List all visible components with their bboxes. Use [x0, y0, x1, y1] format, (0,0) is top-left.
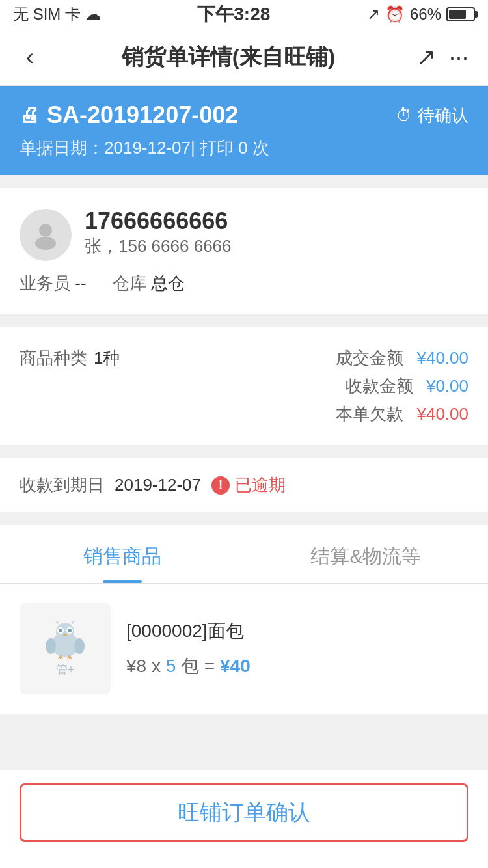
status-left: 无 SIM 卡 ☁ [13, 4, 101, 25]
status-time: 下午3:28 [197, 2, 270, 27]
status-bar: 无 SIM 卡 ☁ 下午3:28 ↗ ⏰ 66% [0, 0, 488, 29]
price-unit: ¥8 [126, 656, 146, 676]
due-label: 收款到期日 [20, 474, 104, 496]
summary-section: 商品种类 1种 成交金额 ¥40.00 收款金额 ¥0.00 本单欠款 ¥40.… [0, 327, 488, 445]
overdue-text: 已逾期 [235, 474, 286, 496]
received-row: 收款金额 ¥0.00 [346, 375, 468, 398]
product-qty: 5 [166, 656, 176, 676]
battery-icon [446, 7, 475, 21]
product-name: [0000002]面包 [126, 619, 468, 644]
customer-phone[interactable]: 17666666666 [85, 208, 232, 235]
summary-row: 商品种类 1种 成交金额 ¥40.00 收款金额 ¥0.00 本单欠款 ¥40.… [20, 347, 468, 426]
owed-label: 本单欠款 [336, 403, 403, 426]
svg-marker-9 [55, 620, 59, 624]
order-id-text: SA-20191207-002 [47, 102, 238, 129]
clock-icon: ⏱ [396, 105, 413, 126]
warehouse-value: 总仓 [151, 273, 185, 293]
product-price: ¥8 x 5 包 = ¥40 [126, 654, 468, 679]
confirm-button[interactable]: 旺铺订单确认 [20, 783, 468, 842]
owed-value: ¥40.00 [416, 404, 468, 424]
product-thumbnail: 管+ [20, 603, 111, 694]
overdue-badge: ! 已逾期 [211, 474, 286, 496]
type-value: 1种 [94, 347, 120, 370]
brand-watermark: 管+ [56, 662, 75, 677]
sim-indicator: 无 SIM 卡 ☁ [13, 4, 101, 25]
tabs-header: 销售商品 结算&物流等 [0, 525, 488, 584]
due-section: 收款到期日 2019-12-07 ! 已逾期 [0, 458, 488, 512]
more-icon[interactable]: ··· [449, 44, 468, 71]
type-label: 商品种类 [20, 347, 87, 370]
equals-symbol: = [204, 656, 220, 676]
order-id: 🖨 SA-20191207-002 [20, 102, 238, 129]
svg-point-7 [68, 629, 72, 632]
svg-point-1 [35, 237, 56, 250]
sales-info: 业务员 -- [20, 272, 87, 295]
sales-value: -- [75, 273, 86, 293]
product-unit: 包 [181, 656, 199, 676]
tab-settlement[interactable]: 结算&物流等 [244, 525, 488, 583]
status-text: 待确认 [418, 104, 468, 127]
svg-point-0 [39, 224, 52, 237]
received-value: ¥0.00 [426, 376, 468, 396]
status-right: ↗ ⏰ 66% [367, 5, 475, 23]
printer-icon: 🖨 [20, 104, 39, 126]
amount-value: ¥40.00 [416, 348, 468, 368]
share-icon[interactable]: ↗ [416, 44, 436, 71]
warning-icon: ! [211, 476, 230, 495]
back-button[interactable]: ‹ [20, 37, 40, 77]
customer-info-row: 业务员 -- 仓库 总仓 [20, 272, 468, 295]
avatar [20, 209, 72, 261]
product-item: 管+ [0000002]面包 ¥8 x 5 包 = ¥40 [20, 603, 468, 694]
svg-marker-10 [71, 620, 75, 624]
customer-card: 17666666666 张，156 6666 6666 业务员 -- 仓库 总仓 [0, 188, 488, 314]
sales-label: 业务员 [20, 273, 70, 293]
owed-row: 本单欠款 ¥40.00 [336, 403, 468, 426]
warehouse-label: 仓库 [113, 273, 146, 293]
due-date-value: 2019-12-07 [115, 475, 201, 495]
svg-point-12 [74, 638, 85, 654]
amount-label: 成交金额 [336, 347, 403, 370]
order-status: ⏱ 待确认 [396, 104, 468, 127]
product-total: ¥40 [220, 656, 251, 676]
nav-actions: ↗ ··· [416, 44, 468, 71]
type-info: 商品种类 1种 [20, 347, 120, 370]
bottom-bar: 旺铺订单确认 [0, 770, 488, 868]
product-list: 管+ [0000002]面包 ¥8 x 5 包 = ¥40 [0, 584, 488, 714]
alarm-icon: ⏰ [385, 5, 405, 23]
order-header: 🖨 SA-20191207-002 ⏱ 待确认 单据日期：2019-12-07|… [0, 86, 488, 175]
svg-point-6 [59, 629, 62, 632]
battery-percent: 66% [410, 5, 441, 23]
tab-sales-products[interactable]: 销售商品 [0, 525, 244, 583]
product-info: [0000002]面包 ¥8 x 5 包 = ¥40 [126, 619, 468, 679]
amount-row: 成交金额 ¥40.00 [336, 347, 468, 370]
warehouse-info: 仓库 总仓 [113, 272, 185, 295]
multiply-symbol: x [152, 656, 166, 676]
customer-detail: 张，156 6666 6666 [85, 235, 232, 258]
location-icon: ↗ [367, 5, 380, 23]
received-label: 收款金额 [346, 375, 413, 398]
amounts: 成交金额 ¥40.00 收款金额 ¥0.00 本单欠款 ¥40.00 [336, 347, 468, 426]
nav-bar: ‹ 销货单详情(来自旺铺) ↗ ··· [0, 29, 488, 86]
tabs-section: 销售商品 结算&物流等 [0, 525, 488, 714]
svg-point-11 [46, 638, 56, 654]
page-title: 销货单详情(来自旺铺) [40, 42, 416, 72]
order-date: 单据日期：2019-12-07| 打印 0 次 [20, 137, 468, 159]
